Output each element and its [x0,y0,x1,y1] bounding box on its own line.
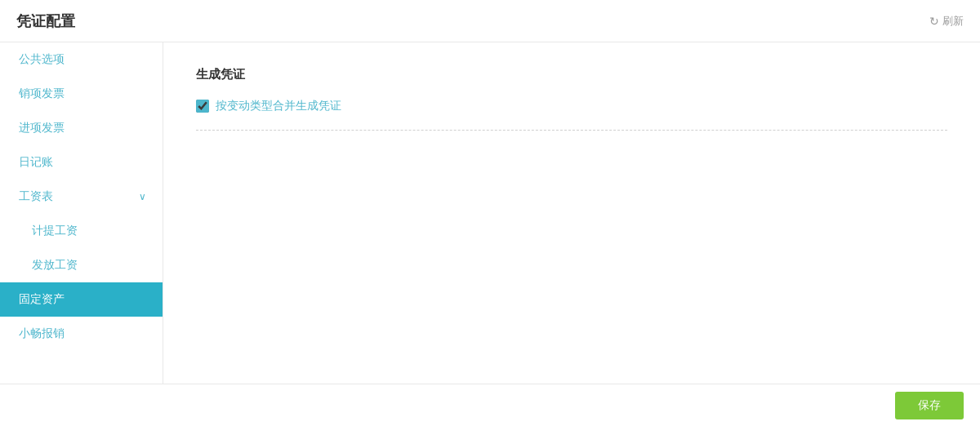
sidebar-item-fixed-assets[interactable]: 固定资产 [0,282,163,317]
section-divider [196,130,947,131]
sidebar: 公共选项销项发票进项发票日记账工资表∨计提工资发放工资固定资产小畅报销 [0,42,163,384]
sidebar-item-label: 公共选项 [19,52,65,67]
merge-voucher-checkbox[interactable] [196,100,209,113]
sidebar-item-journal[interactable]: 日记账 [0,145,163,180]
main-layout: 公共选项销项发票进项发票日记账工资表∨计提工资发放工资固定资产小畅报销 生成凭证… [0,42,980,384]
sidebar-item-label: 销项发票 [19,87,65,101]
sidebar-item-label: 进项发票 [19,121,65,135]
footer: 保存 [0,384,980,426]
checkbox-row: 按变动类型合并生成凭证 [196,99,947,113]
sidebar-item-purchase-invoice[interactable]: 进项发票 [0,111,163,145]
chevron-down-icon: ∨ [139,191,146,202]
sidebar-item-label: 固定资产 [19,292,65,307]
sidebar-item-label: 日记账 [19,155,53,170]
sidebar-item-label: 小畅报销 [19,326,65,341]
sidebar-item-label: 工资表 [19,189,53,204]
sidebar-item-label: 发放工资 [32,258,78,273]
sidebar-item-payroll-table[interactable]: 工资表∨ [0,180,163,214]
sidebar-item-label: 计提工资 [32,224,78,238]
merge-voucher-label[interactable]: 按变动类型合并生成凭证 [216,99,341,113]
header: 凭证配置 ↻ 刷新 [0,0,980,42]
save-button[interactable]: 保存 [895,392,964,419]
sidebar-item-public-options[interactable]: 公共选项 [0,42,163,77]
sidebar-item-distribute-payroll[interactable]: 发放工资 [0,248,163,282]
page-title: 凭证配置 [16,11,75,31]
section-title: 生成凭证 [196,67,947,82]
sidebar-item-sales-invoice[interactable]: 销项发票 [0,77,163,111]
sidebar-item-accrual-payroll[interactable]: 计提工资 [0,214,163,248]
refresh-icon: ↻ [929,15,939,28]
sidebar-item-petty-expense[interactable]: 小畅报销 [0,317,163,351]
refresh-button[interactable]: ↻ 刷新 [929,14,964,29]
content-area: 生成凭证 按变动类型合并生成凭证 [163,42,980,384]
refresh-label: 刷新 [942,14,964,29]
